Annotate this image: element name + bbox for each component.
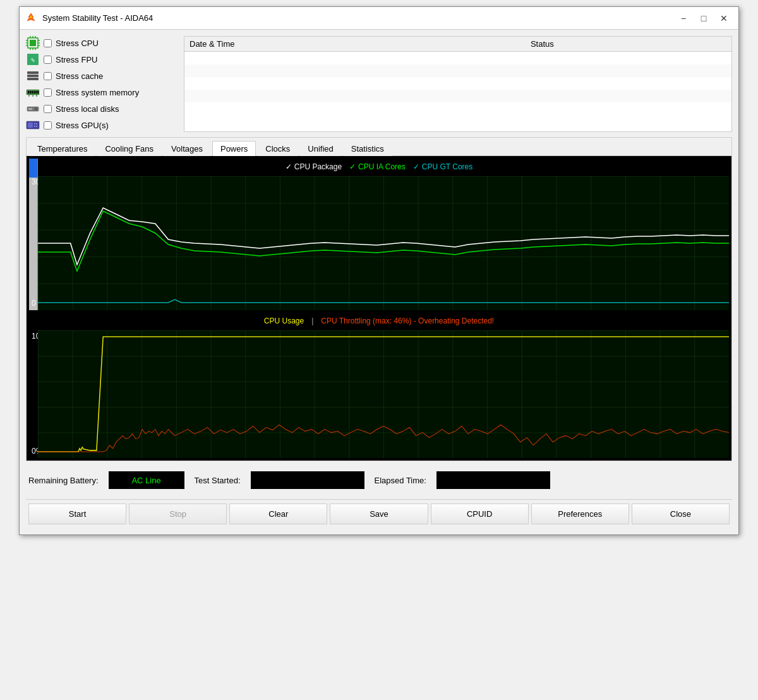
col-datetime: Date & Time [184, 37, 526, 52]
legend-cpu-package-label: CPU Package [294, 162, 342, 171]
tab-clocks[interactable]: Clocks [257, 141, 298, 156]
svg-text:%: % [31, 57, 35, 63]
svg-rect-37 [34, 123, 35, 124]
svg-rect-23 [30, 91, 31, 94]
stress-item-gpu: Stress GPU(s) [26, 118, 177, 132]
stress-item-fpu: % Stress FPU [26, 52, 177, 66]
top-section: Stress CPU % Stress FPU [26, 36, 732, 132]
close-button[interactable]: Close [632, 504, 730, 524]
main-content: Stress CPU % Stress FPU [20, 30, 738, 534]
tabs-nav: Temperatures Cooling Fans Voltages Power… [27, 138, 731, 156]
scrollbar-thumb[interactable] [29, 159, 37, 178]
disk-icon [26, 102, 40, 116]
window-controls: − □ ✕ [674, 11, 733, 26]
test-started-label: Test Started: [195, 476, 241, 485]
cpu-icon [26, 36, 40, 50]
stress-cache-checkbox[interactable] [44, 72, 52, 80]
svg-rect-25 [33, 91, 35, 94]
tab-voltages[interactable]: Voltages [163, 141, 211, 156]
svg-rect-19 [27, 75, 39, 77]
status-bar: Remaining Battery: AC Line Test Started:… [26, 466, 732, 494]
stress-cpu-checkbox[interactable] [44, 39, 52, 47]
stress-gpu-checkbox[interactable] [44, 121, 52, 130]
svg-point-34 [35, 109, 37, 110]
usage-chart-legend: CPU Usage | CPU Throttling (max: 46%) - … [264, 317, 494, 325]
save-button[interactable]: Save [330, 504, 428, 524]
tab-cooling-fans[interactable]: Cooling Fans [97, 141, 162, 156]
stress-fpu-label: Stress FPU [56, 55, 97, 64]
stress-item-disk: Stress local disks [26, 102, 177, 116]
usage-chart: CPU Usage | CPU Throttling (max: 46%) - … [29, 313, 729, 458]
svg-rect-36 [28, 123, 33, 128]
svg-rect-22 [28, 91, 29, 94]
window-title: System Stability Test - AIDA64 [42, 13, 674, 23]
memory-icon [26, 85, 40, 99]
tabs-container: Temperatures Cooling Fans Voltages Power… [26, 137, 732, 461]
tab-unified[interactable]: Unified [299, 141, 341, 156]
stress-memory-checkbox[interactable] [44, 88, 52, 97]
svg-rect-32 [28, 108, 32, 110]
tab-powers[interactable]: Powers [212, 141, 256, 156]
power-chart-svg [38, 176, 729, 310]
log-row-empty-1 [184, 52, 731, 65]
cache-icon [26, 69, 40, 83]
log-row-empty-2 [184, 64, 731, 77]
close-window-button[interactable]: ✕ [714, 11, 733, 26]
app-icon [25, 12, 37, 25]
maximize-button[interactable]: □ [694, 11, 713, 26]
stress-disk-label: Stress local disks [56, 104, 119, 114]
stress-cache-label: Stress cache [56, 71, 103, 81]
legend-cpu-gt-cores: ✓ CPU GT Cores [413, 162, 472, 171]
chart-area: ✓ CPU Package ✓ CPU IA Cores ✓ CPU GT Co… [27, 156, 731, 461]
button-bar: Start Stop Clear Save CPUID Preferences … [26, 499, 732, 528]
tab-temperatures[interactable]: Temperatures [29, 141, 95, 156]
power-chart-legend: ✓ CPU Package ✓ CPU IA Cores ✓ CPU GT Co… [286, 162, 473, 171]
log-row-empty-5 [184, 102, 731, 115]
legend-cpu-ia-check: ✓ [349, 162, 356, 171]
battery-value: AC Line [109, 471, 184, 489]
stress-options: Stress CPU % Stress FPU [26, 36, 177, 132]
stress-item-memory: Stress system memory [26, 85, 177, 99]
svg-rect-27 [37, 91, 39, 94]
main-window: System Stability Test - AIDA64 − □ ✕ [19, 6, 739, 535]
stress-memory-label: Stress system memory [56, 88, 139, 97]
throttling-label: CPU Throttling (max: 46%) - Overheating … [321, 317, 494, 325]
svg-rect-44 [38, 330, 729, 458]
legend-cpu-gt-label: CPU GT Cores [422, 162, 472, 171]
stress-disk-checkbox[interactable] [44, 105, 52, 113]
stress-item-cache: Stress cache [26, 69, 177, 83]
test-started-value [251, 471, 364, 489]
clear-button[interactable]: Clear [229, 504, 327, 524]
svg-rect-3 [30, 40, 36, 46]
stop-button[interactable]: Stop [129, 504, 227, 524]
start-button[interactable]: Start [28, 504, 126, 524]
svg-rect-39 [36, 123, 37, 124]
battery-label: Remaining Battery: [28, 476, 99, 485]
stress-item-cpu: Stress CPU [26, 36, 177, 50]
legend-cpu-ia-cores: ✓ CPU IA Cores [349, 162, 406, 171]
log-row-empty-4 [184, 90, 731, 102]
gpu-icon [26, 118, 40, 132]
svg-rect-18 [27, 71, 39, 74]
cpuid-button[interactable]: CPUID [431, 504, 529, 524]
power-chart: ✓ CPU Package ✓ CPU IA Cores ✓ CPU GT Co… [29, 159, 729, 310]
preferences-button[interactable]: Preferences [531, 504, 629, 524]
svg-rect-38 [34, 126, 35, 127]
usage-chart-svg [38, 330, 729, 458]
tab-statistics[interactable]: Statistics [343, 141, 392, 156]
legend-cpu-package-check: ✓ [286, 162, 292, 171]
legend-cpu-package: ✓ CPU Package [286, 162, 342, 171]
svg-rect-42 [38, 176, 729, 310]
elapsed-label: Elapsed Time: [375, 476, 426, 485]
fpu-icon: % [26, 52, 40, 66]
stress-fpu-checkbox[interactable] [44, 56, 52, 64]
legend-cpu-ia-label: CPU IA Cores [358, 162, 406, 171]
col-status: Status [526, 37, 731, 52]
legend-cpu-gt-check: ✓ [413, 162, 419, 171]
log-row-empty-3 [184, 77, 731, 90]
usage-label: CPU Usage [264, 317, 304, 325]
minimize-button[interactable]: − [674, 11, 693, 26]
svg-rect-26 [35, 91, 37, 94]
svg-rect-40 [36, 126, 37, 127]
titlebar: System Stability Test - AIDA64 − □ ✕ [20, 7, 738, 30]
